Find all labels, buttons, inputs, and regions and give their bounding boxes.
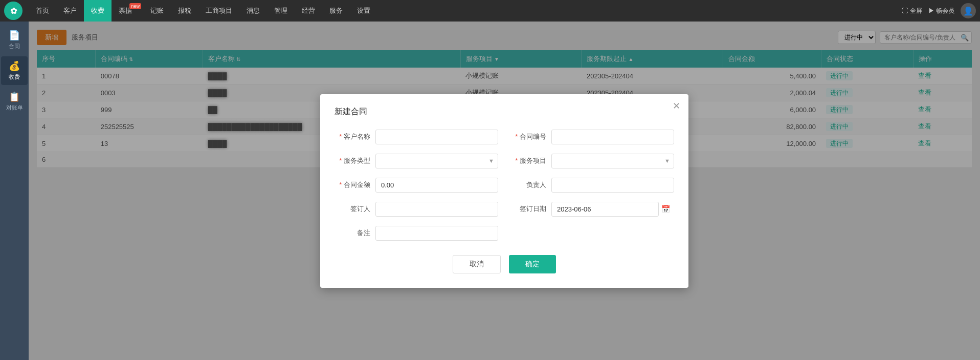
signer-label: 签订人 <box>335 204 370 214</box>
nav-operation[interactable]: 经营 <box>295 0 322 22</box>
new-badge: new <box>129 3 141 9</box>
content-area: 新增 服务项目 进行中 全部 已终止 🔍 序号 合同编码⇅ <box>29 22 980 360</box>
remark-spacer <box>510 226 674 241</box>
customer-name-input[interactable] <box>375 130 498 144</box>
form-row-3: * 合同金额 负责人 <box>335 178 674 193</box>
contract-icon: 📄 <box>9 30 20 41</box>
nav-service[interactable]: 服务 <box>322 0 350 22</box>
person-label: 负责人 <box>510 180 546 189</box>
sidebar: 📄 合同 💰 收费 📋 对账单 <box>0 22 29 360</box>
person-input[interactable] <box>551 178 674 193</box>
form-row-4: 签订人 签订日期 📅 <box>335 202 674 217</box>
service-item-group: * 服务项目 ▼ <box>510 154 674 168</box>
service-item-select[interactable] <box>551 154 674 168</box>
service-type-label: * 服务类型 <box>335 156 370 165</box>
person-group: 负责人 <box>510 178 674 193</box>
nav-message[interactable]: 消息 <box>239 0 267 22</box>
modal-title: 新建合同 <box>335 107 674 117</box>
nav-accounting[interactable]: 记账 <box>143 0 171 22</box>
nav-invoice[interactable]: 票据 new <box>112 0 143 22</box>
nav-customer[interactable]: 客户 <box>56 0 84 22</box>
amount-group: * 合同金额 <box>335 178 498 193</box>
statement-icon: 📋 <box>9 91 20 102</box>
modal-footer: 取消 确定 <box>335 255 674 273</box>
customer-name-group: * 客户名称 <box>335 130 498 144</box>
sidebar-item-contract[interactable]: 📄 合同 <box>1 26 28 54</box>
service-item-label: * 服务项目 <box>510 156 546 165</box>
nav-business[interactable]: 工商项目 <box>198 0 239 22</box>
nav-right-actions: ⛶ 全屏 ▶ 畅会员 👤 <box>902 3 976 18</box>
sign-date-group: 签订日期 📅 <box>510 202 674 217</box>
amount-input[interactable] <box>375 178 498 193</box>
fee-icon: 💰 <box>9 60 20 72</box>
nav-fee[interactable]: 收费 <box>84 0 112 22</box>
nav-tax[interactable]: 报税 <box>171 0 198 22</box>
modal-close-button[interactable]: ✕ <box>673 101 680 111</box>
amount-label: * 合同金额 <box>335 180 370 189</box>
top-navigation: ✿ 首页 客户 收费 票据 new 记账 报税 工商项目 消息 管理 经营 服务… <box>0 0 980 22</box>
sign-date-wrap: 📅 <box>551 202 674 217</box>
calendar-icon[interactable]: 📅 <box>661 205 670 213</box>
fullscreen-button[interactable]: ⛶ 全屏 <box>902 7 922 15</box>
customer-name-label: * 客户名称 <box>335 132 370 141</box>
remark-group: 备注 <box>335 226 498 241</box>
form-row-2: * 服务类型 ▼ * 服务项目 <box>335 154 674 168</box>
form-row-5: 备注 <box>335 226 674 241</box>
member-button[interactable]: ▶ 畅会员 <box>928 7 954 15</box>
main-layout: 📄 合同 💰 收费 📋 对账单 新增 服务项目 进行中 全部 已终止 <box>0 22 980 360</box>
contract-no-label: * 合同编号 <box>510 132 546 141</box>
cancel-button[interactable]: 取消 <box>453 255 501 273</box>
service-type-group: * 服务类型 ▼ <box>335 154 498 168</box>
modal-overlay: ✕ 新建合同 * 客户名称 * 合同编号 <box>29 22 980 360</box>
service-type-select[interactable] <box>375 154 498 168</box>
user-avatar[interactable]: 👤 <box>961 3 976 18</box>
service-type-select-wrap: ▼ <box>375 154 498 168</box>
signer-input[interactable] <box>375 202 498 217</box>
service-item-select-wrap: ▼ <box>551 154 674 168</box>
new-contract-modal: ✕ 新建合同 * 客户名称 * 合同编号 <box>320 94 688 288</box>
nav-menu: 首页 客户 收费 票据 new 记账 报税 工商项目 消息 管理 经营 服务 设… <box>29 0 902 22</box>
contract-no-group: * 合同编号 <box>510 130 674 144</box>
sidebar-item-statement[interactable]: 📋 对账单 <box>1 87 28 116</box>
sign-date-label: 签订日期 <box>510 204 546 214</box>
confirm-button[interactable]: 确定 <box>509 255 556 273</box>
nav-settings[interactable]: 设置 <box>350 0 377 22</box>
remark-input[interactable] <box>375 226 498 241</box>
sidebar-item-fee[interactable]: 💰 收费 <box>1 56 28 85</box>
remark-label: 备注 <box>335 228 370 238</box>
logo-icon: ✿ <box>4 2 23 20</box>
signer-group: 签订人 <box>335 202 498 217</box>
contract-no-input[interactable] <box>551 130 674 144</box>
sign-date-input[interactable] <box>551 202 659 217</box>
form-row-1: * 客户名称 * 合同编号 <box>335 130 674 144</box>
nav-manage[interactable]: 管理 <box>267 0 295 22</box>
nav-home[interactable]: 首页 <box>29 0 56 22</box>
